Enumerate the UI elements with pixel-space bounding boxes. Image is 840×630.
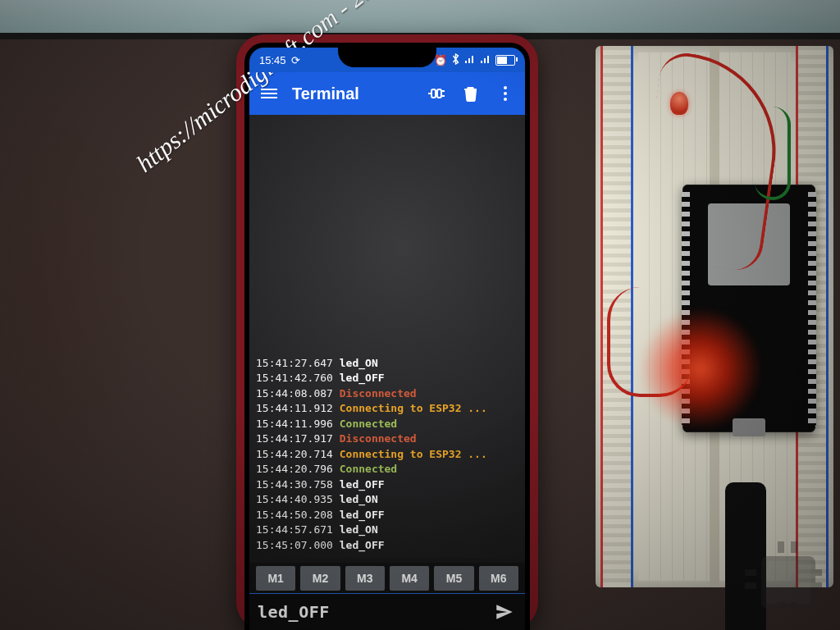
battery-icon: [495, 55, 515, 66]
signal-icon: [464, 54, 476, 66]
display-notch: [338, 48, 436, 67]
photo-scene: 15:45 ⟳ ⏰: [0, 0, 840, 630]
statusbar-time: 15:45: [259, 54, 286, 66]
alarm-icon: ⏰: [434, 54, 447, 66]
bluetooth-icon: [451, 53, 460, 67]
sync-icon: ⟳: [291, 54, 300, 66]
photo-vignette: [0, 0, 840, 630]
signal-icon: [480, 54, 491, 66]
